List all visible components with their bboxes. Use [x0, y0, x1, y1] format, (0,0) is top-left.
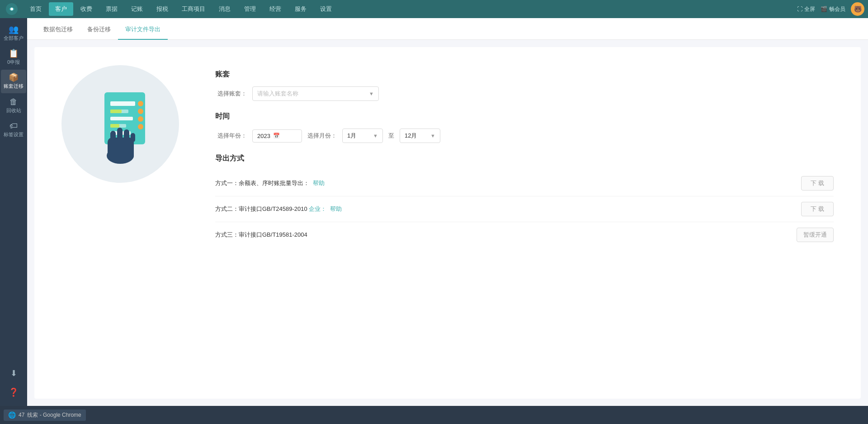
method1-description: 方式一：余额表、序时账批量导出： 帮助 — [215, 179, 325, 187]
method1-help-link[interactable]: 帮助 — [313, 180, 325, 186]
year-label: 选择年份： — [215, 132, 247, 140]
main-layout: 👥 全部客户 📋 0申报 📦 账套迁移 🗑 回收站 🏷 标签设置 ⬇ ❓ 数据包… — [0, 18, 868, 406]
zhi-separator: 至 — [388, 132, 394, 140]
nav-settings[interactable]: 设置 — [314, 2, 338, 16]
taskbar-item-number: 47 — [19, 412, 24, 418]
svg-rect-3 — [110, 101, 135, 106]
method3-text: 方式三：审计接口GB/T19581-2004 — [215, 231, 307, 238]
account-row: 选择账套： 请输入账套名称 ▼ — [215, 86, 834, 101]
content-area: 数据包迁移 备份迁移 审计文件导出 — [27, 18, 868, 406]
method2-help-link[interactable]: 帮助 — [330, 205, 342, 212]
method3-description: 方式三：审计接口GB/T19581-2004 — [215, 231, 307, 239]
method1-download-button[interactable]: 下 载 — [801, 176, 834, 191]
sidebar-label-account-migrate: 账套迁移 — [4, 83, 24, 89]
method2-download-button[interactable]: 下 载 — [801, 202, 834, 216]
illustration-svg — [80, 79, 161, 169]
svg-point-11 — [138, 124, 143, 129]
sidebar-label-recycle: 回收站 — [6, 108, 21, 114]
chrome-icon: 🌐 — [8, 411, 16, 419]
tag-settings-icon: 🏷 — [9, 122, 18, 130]
recycle-icon: 🗑 — [9, 98, 18, 106]
svg-rect-12 — [110, 110, 122, 113]
nav-customer[interactable]: 客户 — [49, 2, 73, 16]
illustration-circle — [61, 65, 179, 183]
month-end-select[interactable]: 12月 ▼ — [400, 129, 440, 143]
taskbar-item-label: 线索 - Google Chrome — [27, 411, 81, 419]
method2-company-link[interactable]: 企业： — [309, 205, 326, 212]
nav-manage[interactable]: 管理 — [238, 2, 262, 16]
taskbar-chrome-item[interactable]: 🌐 47 线索 - Google Chrome — [4, 410, 86, 421]
svg-point-10 — [138, 116, 143, 122]
top-navigation: 首页 客户 收费 票据 记账 报税 工商项目 消息 管理 经营 服务 设置 ⛶ … — [0, 0, 868, 18]
sidebar-label-declare: 0申报 — [7, 59, 20, 65]
nav-business[interactable]: 工商项目 — [175, 2, 212, 16]
sidebar-item-tag-settings[interactable]: 🏷 标签设置 — [1, 118, 26, 141]
nav-invoice[interactable]: 票据 — [99, 2, 124, 16]
nav-service[interactable]: 服务 — [288, 2, 313, 16]
sidebar-download-icon[interactable]: ⬇ — [5, 365, 22, 381]
sidebar-item-declare[interactable]: 📋 0申报 — [1, 46, 26, 69]
year-input[interactable]: 2023 📅 — [252, 129, 302, 143]
sidebar-label-all-customers: 全部客户 — [4, 35, 24, 41]
export-method-2: 方式二：审计接口GB/T24589-2010 企业： 帮助 下 载 — [215, 196, 834, 222]
fullscreen-button[interactable]: ⛶ 全屏 — [797, 5, 815, 13]
month-start-select[interactable]: 1月 ▼ — [342, 129, 383, 143]
account-section-title: 账套 — [215, 70, 834, 79]
svg-rect-17 — [117, 128, 123, 141]
method2-text: 方式二：审计接口GB/T24589-2010 — [215, 205, 307, 212]
svg-rect-16 — [110, 131, 116, 142]
sidebar-item-account-migrate[interactable]: 📦 账套迁移 — [1, 70, 26, 93]
svg-point-9 — [138, 109, 143, 114]
nav-tax[interactable]: 报税 — [150, 2, 175, 16]
export-section-title: 导出方式 — [215, 154, 834, 163]
month-end-value: 12月 — [405, 132, 417, 140]
svg-rect-18 — [124, 129, 129, 141]
app-logo[interactable] — [4, 1, 20, 17]
month-start-value: 1月 — [347, 132, 356, 140]
export-method-3: 方式三：审计接口GB/T19581-2004 暂缓开通 — [215, 222, 834, 248]
tab-bar: 数据包迁移 备份迁移 审计文件导出 — [27, 18, 868, 40]
method3-coming-soon-button[interactable]: 暂缓开通 — [797, 228, 834, 242]
tab-audit-export[interactable]: 审计文件导出 — [118, 21, 168, 40]
sidebar-help-icon[interactable]: ❓ — [5, 384, 22, 400]
tab-data-migrate[interactable]: 数据包迁移 — [36, 21, 80, 40]
method1-text: 方式一：余额表、序时账批量导出： — [215, 180, 309, 186]
form-area: 账套 选择账套： 请输入账套名称 ▼ 时间 选择年份： 2023 📅 — [215, 65, 834, 248]
nav-right: ⛶ 全屏 🎬 畅会员 🐻 — [797, 2, 864, 16]
sidebar-item-all-customers[interactable]: 👥 全部客户 — [1, 22, 26, 45]
year-value: 2023 — [257, 133, 270, 139]
month-start-chevron-icon: ▼ — [373, 133, 378, 138]
sidebar-bottom: ⬇ ❓ — [5, 365, 22, 406]
nav-message[interactable]: 消息 — [212, 2, 237, 16]
page-content: 账套 选择账套： 请输入账套名称 ▼ 时间 选择年份： 2023 📅 — [34, 47, 861, 399]
month-end-chevron-icon: ▼ — [430, 133, 435, 138]
month-label: 选择月份： — [307, 132, 337, 140]
svg-point-8 — [138, 101, 143, 106]
sidebar-label-tag-settings: 标签设置 — [4, 132, 24, 138]
member-button[interactable]: 🎬 畅会员 — [821, 5, 845, 13]
nav-operation[interactable]: 经营 — [263, 2, 288, 16]
illustration-area — [61, 65, 179, 183]
time-row: 选择年份： 2023 📅 选择月份： 1月 ▼ 至 12月 ▼ — [215, 129, 834, 143]
user-avatar[interactable]: 🐻 — [851, 2, 864, 16]
taskbar: 🌐 47 线索 - Google Chrome — [0, 406, 868, 424]
tab-backup-migrate[interactable]: 备份迁移 — [80, 21, 118, 40]
svg-point-1 — [10, 8, 13, 10]
account-migrate-icon: 📦 — [9, 73, 19, 81]
account-select[interactable]: 请输入账套名称 ▼ — [252, 86, 379, 101]
sidebar-item-recycle[interactable]: 🗑 回收站 — [1, 94, 26, 117]
account-chevron-icon: ▼ — [369, 91, 374, 96]
nav-bookkeeping[interactable]: 记账 — [125, 2, 149, 16]
nav-home[interactable]: 首页 — [24, 2, 48, 16]
svg-rect-5 — [110, 117, 133, 120]
svg-rect-13 — [110, 124, 119, 128]
nav-items: 首页 客户 收费 票据 记账 报税 工商项目 消息 管理 经营 服务 设置 — [24, 2, 797, 16]
export-method-1: 方式一：余额表、序时账批量导出： 帮助 下 载 — [215, 171, 834, 196]
svg-rect-19 — [131, 133, 135, 142]
nav-collection[interactable]: 收费 — [74, 2, 99, 16]
calendar-icon: 📅 — [273, 133, 280, 139]
declare-icon: 📋 — [9, 49, 19, 57]
account-placeholder: 请输入账套名称 — [257, 90, 298, 98]
customers-icon: 👥 — [9, 25, 19, 33]
time-section-title: 时间 — [215, 112, 834, 121]
